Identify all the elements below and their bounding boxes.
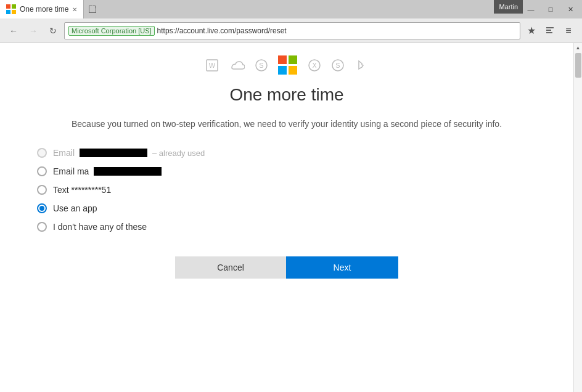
already-used-label: – already used xyxy=(152,149,205,158)
tab-close-button[interactable]: ✕ xyxy=(72,6,77,13)
url-display: https://account.live.com/password/reset xyxy=(157,27,516,35)
svg-rect-3 xyxy=(12,10,16,14)
option-email-label: Email – already used xyxy=(53,148,205,158)
skype-icon: S xyxy=(255,59,268,72)
svg-rect-11 xyxy=(289,55,297,64)
svg-rect-10 xyxy=(278,55,287,64)
svg-rect-5 xyxy=(95,6,96,9)
close-button[interactable]: ✕ xyxy=(561,2,580,16)
option-use-an-app[interactable]: Use an app xyxy=(37,203,536,213)
option-no-options-label: I don't have any of these xyxy=(53,222,147,232)
word-icon: W xyxy=(205,59,219,72)
reading-list-button[interactable] xyxy=(541,22,559,39)
tab-title: One more time xyxy=(20,5,68,14)
user-name: Martin xyxy=(499,3,518,10)
cancel-button[interactable]: Cancel xyxy=(175,256,286,279)
radio-email-ma[interactable] xyxy=(37,166,47,176)
redacted-email-2 xyxy=(94,167,162,176)
redacted-email-1 xyxy=(80,149,147,157)
svg-text:S: S xyxy=(335,62,340,69)
minimize-button[interactable]: — xyxy=(522,2,540,16)
scroll-up-arrow[interactable]: ▲ xyxy=(574,43,583,52)
svg-rect-0 xyxy=(6,4,10,9)
new-tab-button[interactable] xyxy=(84,1,101,18)
svg-text:X: X xyxy=(313,62,317,69)
option-text-label: Text *********51 xyxy=(53,185,111,195)
address-bar[interactable]: Microsoft Corporation [US] https://accou… xyxy=(64,22,520,39)
svg-rect-1 xyxy=(12,4,16,9)
option-no-options[interactable]: I don't have any of these xyxy=(37,222,536,232)
option-email-ma-label: Email ma xyxy=(53,166,163,176)
radio-text[interactable] xyxy=(37,185,47,195)
options-list: Email – already used Email ma Text *****… xyxy=(0,148,573,232)
next-button[interactable]: Next xyxy=(286,256,398,279)
new-tab-icon xyxy=(88,4,97,14)
option-text[interactable]: Text *********51 xyxy=(37,185,536,195)
svg-text:W: W xyxy=(209,62,216,69)
option-email[interactable]: Email – already used xyxy=(37,148,536,158)
reading-list-icon xyxy=(544,25,555,36)
radio-use-an-app[interactable] xyxy=(37,203,47,213)
ms-icons-bar: W S X S xyxy=(0,43,573,85)
content-area: W S X S One mor xyxy=(0,43,573,392)
back-button[interactable]: ← xyxy=(5,22,22,39)
page-description: Because you turned on two-step verificat… xyxy=(0,117,573,131)
security-badge: Microsoft Corporation [US] xyxy=(68,26,155,36)
svg-rect-13 xyxy=(289,66,297,75)
buttons-row: Cancel Next xyxy=(0,250,573,285)
option-use-an-app-label: Use an app xyxy=(53,203,97,213)
svg-rect-12 xyxy=(278,66,287,75)
option-email-ma[interactable]: Email ma xyxy=(37,166,536,176)
skype2-icon: S xyxy=(331,59,345,72)
user-badge: Martin xyxy=(494,0,523,14)
svg-rect-2 xyxy=(6,10,10,14)
xbox-icon: X xyxy=(308,59,321,72)
page-title: One more time xyxy=(0,85,573,105)
onedrive-icon xyxy=(229,60,245,70)
scroll-thumb[interactable] xyxy=(575,53,581,78)
star-button[interactable]: ★ xyxy=(523,22,540,39)
scrollbar[interactable]: ▲ xyxy=(573,43,582,392)
reload-button[interactable]: ↻ xyxy=(44,22,62,39)
maximize-button[interactable]: □ xyxy=(541,2,560,16)
radio-email[interactable] xyxy=(37,148,47,158)
tab-favicon xyxy=(6,4,16,14)
radio-no-options[interactable] xyxy=(37,222,47,232)
microsoft-logo xyxy=(278,55,298,75)
forward-button[interactable]: → xyxy=(25,22,42,39)
svg-text:S: S xyxy=(259,62,263,69)
menu-button[interactable]: ≡ xyxy=(560,22,577,39)
browser-tab[interactable]: One more time ✕ xyxy=(0,0,84,18)
bing-icon xyxy=(355,59,368,72)
